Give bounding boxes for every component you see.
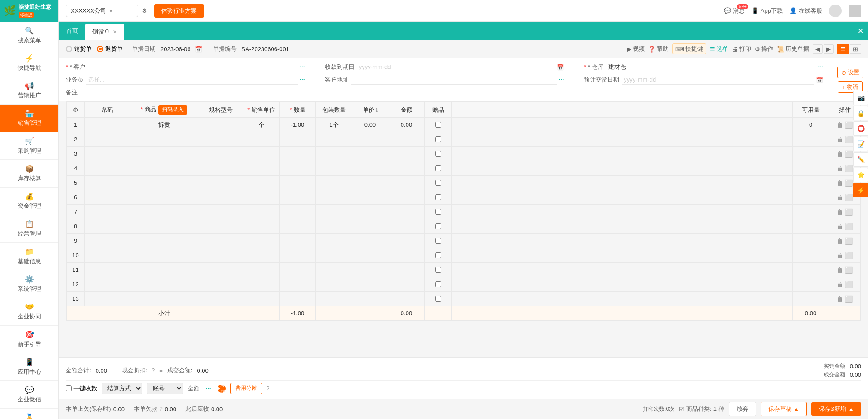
salesperson-more-btn[interactable]: ··· xyxy=(298,76,307,83)
delete-icon[interactable]: 🗑 xyxy=(837,150,843,158)
user-menu[interactable] xyxy=(849,5,861,17)
row-pkg[interactable] xyxy=(316,132,352,147)
float-btn-lock[interactable]: 🔒 xyxy=(853,106,868,120)
tab-sales-order[interactable]: 销货单 ✕ xyxy=(85,24,124,40)
float-btn-note[interactable]: 📝 xyxy=(853,137,868,151)
trial-button[interactable]: 体验行业方案 xyxy=(154,4,204,18)
row-barcode[interactable] xyxy=(85,118,130,132)
expense-help-icon[interactable]: ? xyxy=(267,385,270,392)
copy-icon[interactable]: ⬜ xyxy=(845,179,853,187)
company-selector[interactable]: XXXXXX公司 ▼ xyxy=(66,5,138,17)
note-input[interactable] xyxy=(80,87,825,97)
row-price[interactable] xyxy=(352,132,388,147)
row-unit[interactable] xyxy=(243,132,280,147)
gift-checkbox[interactable] xyxy=(435,122,441,128)
next-btn[interactable]: ▶ xyxy=(824,44,834,54)
sidebar-item-marketing[interactable]: 📢 营销推广 xyxy=(0,77,58,105)
warehouse-input[interactable] xyxy=(628,62,816,72)
float-btn-circle[interactable]: ⭕ xyxy=(853,121,868,136)
row-barcode[interactable] xyxy=(85,132,130,147)
sidebar-item-system[interactable]: ⚙️ 系统管理 xyxy=(0,270,58,298)
sidebar-item-collab[interactable]: 🤝 企业协同 xyxy=(0,298,58,326)
sidebar-item-sales[interactable]: 🏪 销售管理 xyxy=(0,105,58,132)
settlement-method-select[interactable]: 结算方式 xyxy=(102,383,142,394)
delete-icon[interactable]: 🗑 xyxy=(837,194,843,201)
row-qty[interactable]: -1.00 xyxy=(280,118,316,132)
settings-button[interactable]: ⊙ 设置 xyxy=(837,67,863,78)
settings-icon[interactable]: ⚙ xyxy=(142,7,147,14)
add-payment-btn[interactable]: + 添加 xyxy=(218,385,226,393)
delete-icon[interactable]: 🗑 xyxy=(837,165,843,172)
close-window-btn[interactable]: ✕ xyxy=(858,27,863,35)
sidebar-item-quick-nav[interactable]: ⚡ 快捷导航 xyxy=(0,49,58,77)
save-draft-button[interactable]: 保存草稿 ▲ xyxy=(761,402,807,416)
copy-icon[interactable]: ⬜ xyxy=(845,165,853,172)
copy-icon[interactable]: ⬜ xyxy=(845,194,853,201)
copy-icon[interactable]: ⬜ xyxy=(845,252,853,259)
tab-close-icon[interactable]: ✕ xyxy=(113,29,117,35)
row-spec[interactable] xyxy=(198,132,243,147)
sidebar-item-basic-info[interactable]: 📁 基础信息 xyxy=(0,243,58,270)
price-info-icon[interactable]: ℹ xyxy=(376,107,378,113)
sidebar-item-guide[interactable]: 🎯 新手引导 xyxy=(0,326,58,353)
sidebar-item-wechat[interactable]: 💬 企业微信 xyxy=(0,381,58,409)
sidebar-item-operations[interactable]: 📋 经营管理 xyxy=(0,215,58,243)
payment-date-cal-icon[interactable]: 📅 xyxy=(555,64,566,71)
copy-icon[interactable]: ⬜ xyxy=(845,136,853,143)
radio-sales-order[interactable]: 销货单 xyxy=(66,45,92,53)
delete-icon[interactable]: 🗑 xyxy=(837,223,843,230)
customer-input[interactable] xyxy=(88,62,298,72)
row-spec[interactable] xyxy=(198,118,243,132)
warehouse-more-btn[interactable]: ··· xyxy=(816,63,825,71)
payment-date-input[interactable] xyxy=(357,62,555,72)
sidebar-item-inventory[interactable]: 📦 库存核算 xyxy=(0,160,58,188)
copy-icon[interactable]: ⬜ xyxy=(845,121,853,129)
float-btn-orange[interactable]: ⚡ xyxy=(853,183,868,197)
history-btn[interactable]: 📜 历史单据 xyxy=(777,45,809,53)
avatar[interactable] xyxy=(829,5,842,17)
sidebar-item-search[interactable]: 🔍 搜索菜单 xyxy=(0,22,58,49)
copy-icon[interactable]: ⬜ xyxy=(845,208,853,216)
delete-icon[interactable]: 🗑 xyxy=(837,266,843,274)
sidebar-item-purchase[interactable]: 🛒 采购管理 xyxy=(0,132,58,160)
tab-home[interactable]: 首页 xyxy=(59,22,85,40)
operate-btn[interactable]: ⚙ 操作 xyxy=(755,45,773,53)
copy-icon[interactable]: ⬜ xyxy=(845,237,853,245)
scan-button[interactable]: 扫码录入 xyxy=(158,105,187,115)
copy-icon[interactable]: ⬜ xyxy=(845,150,853,158)
cash-discount-help-icon[interactable]: ? xyxy=(152,367,155,374)
table-config-icon[interactable]: ⚙ xyxy=(73,106,78,113)
copy-icon[interactable]: ⬜ xyxy=(845,223,853,230)
sidebar-item-member[interactable]: 🏅 畅会员 xyxy=(0,409,58,419)
prev-btn[interactable]: ◀ xyxy=(813,44,823,54)
select-order-btn[interactable]: ☰ 选单 xyxy=(710,45,728,53)
delete-icon[interactable]: 🗑 xyxy=(837,237,843,245)
shortcut-btn[interactable]: ⌨ 快捷键 xyxy=(672,43,706,54)
float-btn-camera[interactable]: 📷 xyxy=(853,91,868,105)
copy-icon[interactable]: ⬜ xyxy=(845,281,853,288)
owe-help-icon[interactable]: ? xyxy=(160,406,163,412)
expense-split-btn[interactable]: 费用分摊 xyxy=(230,383,262,394)
customer-more-btn[interactable]: ··· xyxy=(298,63,307,71)
account-select[interactable]: 账号 xyxy=(147,383,183,394)
copy-icon[interactable]: ⬜ xyxy=(845,295,853,303)
radio-return-order[interactable]: 退货单 xyxy=(97,45,123,53)
list-view-btn[interactable]: ☰ xyxy=(837,44,849,54)
customer-addr-input[interactable] xyxy=(351,75,557,85)
delivery-cal-icon[interactable]: 📅 xyxy=(814,77,825,83)
addr-more-btn[interactable]: ··· xyxy=(557,76,566,83)
float-btn-star[interactable]: ⭐ xyxy=(853,168,868,182)
salesperson-input[interactable] xyxy=(86,75,298,85)
row-qty[interactable] xyxy=(280,132,316,147)
float-btn-edit[interactable]: ✏️ xyxy=(853,152,868,167)
delete-icon[interactable]: 🗑 xyxy=(837,121,843,129)
online-service-button[interactable]: 👤 在线客服 xyxy=(790,7,822,15)
delete-icon[interactable]: 🗑 xyxy=(837,281,843,288)
save-new-button[interactable]: 保存&新增 ▲ xyxy=(811,402,861,416)
delete-icon[interactable]: 🗑 xyxy=(837,252,843,259)
help-btn[interactable]: ❓ 帮助 xyxy=(648,45,669,53)
video-btn[interactable]: ▶ 视频 xyxy=(627,45,645,53)
delete-icon[interactable]: 🗑 xyxy=(837,136,843,143)
row-remark[interactable] xyxy=(452,118,793,132)
delete-icon[interactable]: 🗑 xyxy=(837,179,843,187)
